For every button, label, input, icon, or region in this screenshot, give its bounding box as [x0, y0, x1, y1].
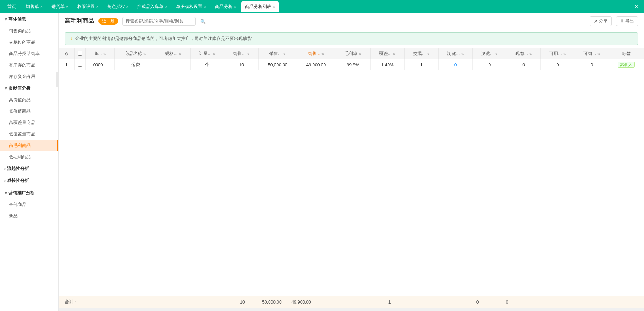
close-icon[interactable]: × [126, 5, 129, 9]
th-transactions[interactable]: 交易... ⇅ [404, 48, 439, 59]
sort-icon: ⇅ [283, 52, 286, 56]
sidebar-section-marketing[interactable]: ∨ 营销推广分析 [0, 187, 58, 199]
close-icon[interactable]: × [204, 5, 206, 9]
table-wrapper: ⚙ 商... ⇅ 商品名称 ⇅ [59, 48, 644, 296]
th-coverage[interactable]: 覆盖... ⇅ [370, 48, 404, 59]
th-available[interactable]: 可用... ⇅ [541, 48, 575, 59]
search-button[interactable]: 🔍 [200, 18, 206, 24]
nav-tab-sales-order[interactable]: 销售单 × [22, 1, 46, 12]
close-icon[interactable]: × [66, 5, 68, 9]
sidebar-item-stock-capital[interactable]: 库存资金占用 [0, 71, 58, 82]
select-all-checkbox[interactable] [78, 51, 82, 56]
content-area: 高毛利商品 近一月 🔍 ↗ 分享 ⬇ 导出 ✧ 企业的主要的利润都是这部分商品创… [59, 13, 644, 311]
header-actions: ↗ 分享 ⬇ 导出 [590, 16, 638, 26]
export-button[interactable]: ⬇ 导出 [616, 16, 638, 26]
sidebar-item-low-value-goods[interactable]: 低价值商品 [0, 106, 58, 117]
th-sales-qty[interactable]: 销售... ⇅ [224, 48, 259, 59]
th-sellable[interactable]: 可销... ⇅ [575, 48, 609, 59]
th-current-stock[interactable]: 现有... ⇅ [507, 48, 541, 59]
chevron-down-icon: ∨ [4, 191, 7, 195]
th-spec[interactable]: 规格... ⇅ [156, 48, 190, 59]
tag-badge: 高收入 [618, 62, 635, 68]
sidebar-item-high-margin-goods[interactable]: 高毛利商品 [0, 140, 58, 151]
nav-tab-template-settings[interactable]: 单据模板设置 × [172, 1, 210, 12]
row-coverage: 1.49% [370, 59, 404, 70]
share-button[interactable]: ↗ 分享 [590, 16, 612, 26]
th-unit[interactable]: 计量... ⇅ [190, 48, 224, 59]
nav-tab-production-inbound[interactable]: 产成品入库单 × [133, 1, 171, 12]
row-gross-margin: 99.8% [335, 59, 371, 70]
close-icon[interactable]: × [165, 5, 167, 9]
nav-tab-permission-settings[interactable]: 权限设置 × [73, 1, 102, 12]
sidebar-section-trend[interactable]: › 流趋性分析 [0, 163, 58, 175]
sidebar-item-low-coverage-goods[interactable]: 低覆盖量商品 [0, 129, 58, 140]
nav-tab-purchase-order[interactable]: 进货单 × [48, 1, 72, 12]
close-icon[interactable]: × [234, 5, 236, 9]
info-banner: ✧ 企业的主要的利润都是这部分商品创造的，可考虑加大推广，同时关注库存是不要出现… [65, 32, 638, 45]
chevron-right-icon: › [4, 167, 6, 171]
sidebar-item-high-value-goods[interactable]: 高价值商品 [0, 94, 58, 106]
sidebar-item-high-coverage-goods[interactable]: 高覆盖量商品 [0, 117, 58, 129]
th-views2[interactable]: 浏览... ⇅ [472, 48, 507, 59]
nav-tab-role-auth[interactable]: 角色授权 × [104, 1, 132, 12]
footer-sales-qty: 10 [228, 300, 257, 305]
th-sales-amount[interactable]: 销售... ⇅ [258, 48, 297, 59]
sidebar-item-sales-goods[interactable]: 销售类商品 [0, 25, 58, 37]
sidebar-section-overview[interactable]: ∨ 整体信息 [0, 13, 58, 25]
row-checkbox[interactable] [74, 59, 85, 70]
sort-icon: ⇅ [103, 52, 106, 56]
filter-recent-month-button[interactable]: 近一月 [98, 18, 118, 25]
sort-icon: ⇅ [393, 52, 396, 56]
search-input[interactable] [122, 17, 196, 26]
sidebar-item-in-stock-goods[interactable]: 有库存的商品 [0, 59, 58, 71]
close-icon[interactable]: × [273, 5, 275, 9]
share-icon: ↗ [594, 19, 597, 24]
sidebar-collapse-button[interactable]: « [56, 72, 59, 87]
footer-transactions: 1 [375, 300, 404, 305]
sidebar-section-marketing-items: 全部商品 新品 [0, 199, 58, 222]
sidebar-item-new-goods[interactable]: 新品 [0, 210, 58, 222]
th-name[interactable]: 商品名称 ⇅ [115, 48, 156, 59]
sidebar-item-category-assist-rate[interactable]: 商品分类助销率 [0, 48, 58, 59]
th-gross-margin[interactable]: 毛利率 ⇅ [335, 48, 371, 59]
th-checkbox[interactable] [74, 48, 85, 59]
row-views1[interactable]: 0 [439, 59, 473, 70]
footer-gross-margin-spacer [316, 300, 345, 305]
main-layout: ∨ 整体信息 销售类商品 交易过的商品 商品分类助销率 有库存的商品 库存资金占… [0, 13, 644, 311]
sort-icon: ⇅ [247, 52, 250, 56]
sidebar-section-growth[interactable]: › 成长性分析 [0, 175, 58, 187]
nav-tab-home[interactable]: 首页 [3, 1, 21, 12]
row-views2: 0 [472, 59, 507, 70]
info-icon: ✧ [69, 36, 73, 41]
sidebar-item-low-margin-goods[interactable]: 低毛利商品 [0, 151, 58, 163]
nav-tab-product-analysis[interactable]: 商品分析 × [211, 1, 240, 12]
row-sales-profit: 49,900.00 [297, 59, 335, 70]
row-spec [156, 59, 190, 70]
sidebar-section-contribution[interactable]: ∨ 贡献值分析 [0, 82, 58, 94]
footer-views1-spacer [404, 300, 433, 305]
sort-icon: ⇅ [427, 52, 430, 56]
th-views1[interactable]: 浏览... ⇅ [439, 48, 473, 59]
footer-spacer [81, 300, 228, 305]
row-current-stock: 0 [507, 59, 541, 70]
sort-icon: ⇅ [213, 52, 216, 56]
close-icon[interactable]: × [40, 5, 43, 9]
window-close-button[interactable]: × [632, 3, 641, 10]
horizontal-scrollbar[interactable] [59, 308, 644, 311]
th-tag[interactable]: 标签 [609, 48, 644, 59]
sidebar: ∨ 整体信息 销售类商品 交易过的商品 商品分类助销率 有库存的商品 库存资金占… [0, 13, 59, 311]
sidebar-item-all-goods[interactable]: 全部商品 [0, 199, 58, 210]
footer-current-stock: 0 [463, 300, 492, 305]
table-header-row: ⚙ 商... ⇅ 商品名称 ⇅ [59, 48, 644, 59]
th-settings[interactable]: ⚙ [59, 48, 75, 59]
th-code[interactable]: 商... ⇅ [85, 48, 115, 59]
sort-icon: ⇅ [179, 52, 181, 56]
content-header: 高毛利商品 近一月 🔍 ↗ 分享 ⬇ 导出 [59, 13, 644, 29]
sidebar-item-traded-goods[interactable]: 交易过的商品 [0, 37, 58, 48]
footer-sales-profit: 49,900.00 [287, 300, 316, 305]
close-icon[interactable]: × [96, 5, 98, 9]
th-sales-profit[interactable]: 销售... ⇅ [297, 48, 335, 59]
nav-tab-product-analysis-list[interactable]: 商品分析列表 × [241, 1, 279, 12]
footer-label: 合计： [65, 299, 78, 305]
sidebar-section-overview-items: 销售类商品 交易过的商品 商品分类助销率 有库存的商品 库存资金占用 [0, 25, 58, 82]
